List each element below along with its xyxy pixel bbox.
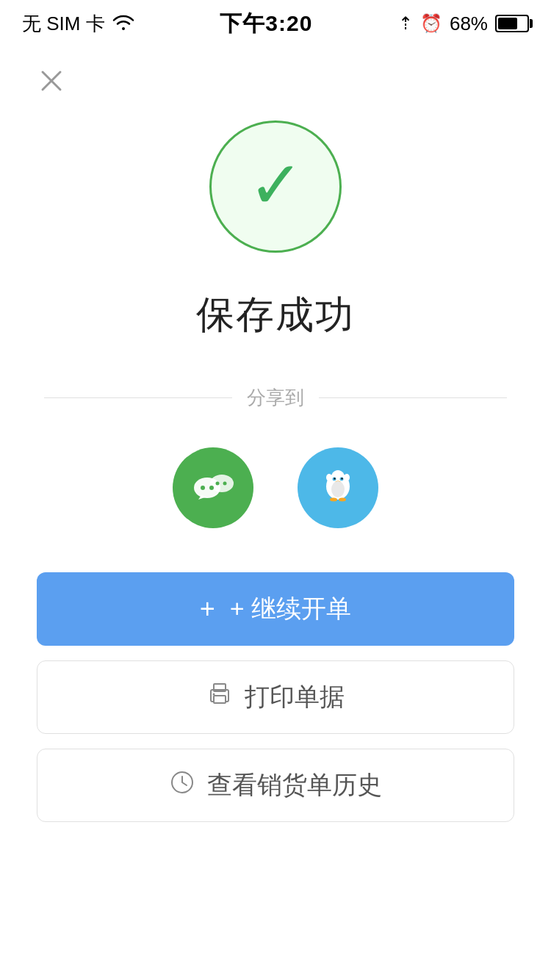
status-left: 无 SIM 卡 — [22, 11, 134, 37]
qq-share-button[interactable] — [298, 447, 378, 528]
share-section: 分享到 — [0, 385, 551, 528]
battery-percent: 68% — [450, 12, 488, 35]
wifi-icon — [112, 12, 134, 35]
svg-point-6 — [216, 482, 220, 486]
history-button[interactable]: 查看销货单历史 — [37, 749, 514, 822]
checkmark-icon: ✓ — [248, 152, 303, 218]
share-label: 分享到 — [247, 385, 304, 411]
svg-point-12 — [334, 478, 335, 479]
print-label: 打印单据 — [245, 680, 345, 714]
alarm-icon: ⏰ — [420, 13, 442, 34]
continue-button[interactable]: + + 继续开单 — [37, 572, 514, 646]
svg-point-15 — [331, 481, 345, 497]
close-button[interactable] — [29, 59, 73, 103]
svg-rect-22 — [214, 696, 226, 703]
divider-left — [44, 397, 232, 398]
svg-point-5 — [209, 486, 214, 490]
continue-label: + 继续开单 — [230, 592, 351, 626]
svg-point-23 — [213, 693, 215, 696]
print-button[interactable]: 打印单据 — [37, 660, 514, 734]
share-icons-row — [173, 447, 378, 528]
wechat-share-button[interactable] — [173, 447, 253, 528]
divider-right — [319, 397, 507, 398]
history-icon — [169, 769, 195, 801]
success-title: 保存成功 — [196, 289, 355, 341]
svg-point-7 — [223, 482, 227, 486]
svg-point-3 — [210, 475, 234, 492]
no-sim-text: 无 SIM 卡 — [22, 11, 105, 37]
svg-point-13 — [341, 478, 342, 479]
history-label: 查看销货单历史 — [207, 768, 382, 802]
share-divider-row: 分享到 — [0, 385, 551, 411]
battery-icon — [495, 15, 529, 32]
status-right: ⇡ ⏰ 68% — [398, 12, 529, 35]
actions-section: + + 继续开单 打印单据 查看销货单历 — [0, 572, 551, 822]
svg-point-19 — [344, 474, 350, 481]
success-icon-circle: ✓ — [209, 120, 342, 253]
svg-point-16 — [330, 497, 337, 501]
svg-point-4 — [201, 486, 205, 490]
status-time: 下午3:20 — [220, 9, 312, 39]
main-content: ✓ 保存成功 分享到 — [0, 47, 551, 822]
status-bar: 无 SIM 卡 下午3:20 ⇡ ⏰ 68% — [0, 0, 551, 47]
print-icon — [206, 681, 233, 713]
svg-point-17 — [339, 497, 346, 501]
continue-plus-icon: + — [200, 594, 215, 624]
location-icon: ⇡ — [398, 13, 413, 34]
battery-fill — [498, 18, 517, 29]
svg-point-18 — [326, 474, 332, 481]
